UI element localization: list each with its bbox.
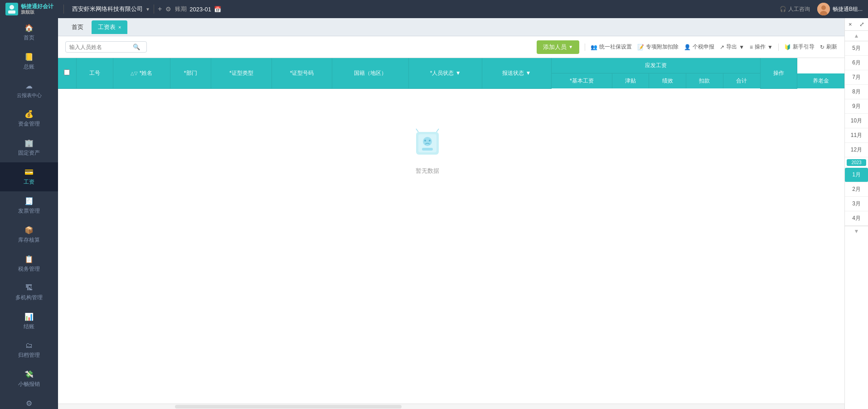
sidebar-label-cloud: 云报表中心: [17, 92, 42, 99]
funds-icon: 💰: [24, 110, 34, 118]
svg-point-4: [821, 5, 826, 10]
th-deduction: 扣款: [686, 73, 723, 89]
company-name: 西安虾米网络科技有限公司: [72, 5, 143, 13]
sidebar-item-tax[interactable]: 📋 税务管理: [0, 249, 58, 278]
social-security-icon: 👥: [591, 44, 597, 50]
month-item-2[interactable]: 2月: [845, 182, 868, 197]
th-dept: *部门: [170, 58, 211, 88]
inventory-icon: 📦: [24, 226, 34, 234]
tax-declaration-button[interactable]: 👤 个税申报: [684, 43, 714, 51]
scroll-down-button[interactable]: ▼: [845, 226, 868, 236]
sidebar-item-assets[interactable]: 🏢 固定资产: [0, 133, 58, 162]
sidebar-item-ledger[interactable]: 📒 总账: [0, 47, 58, 76]
calendar-icon[interactable]: 📅: [214, 6, 221, 13]
sidebar-item-funds[interactable]: 💰 资金管理: [0, 104, 58, 133]
tab-close-icon[interactable]: ×: [118, 24, 121, 30]
tab-salary-table[interactable]: 工资表 ×: [92, 20, 127, 34]
toolbar: 🔍 添加人员 ▼ 👥 统一社保设置 📝 专项附加扣除 👤 个: [58, 36, 844, 58]
month-item-8[interactable]: 8月: [845, 85, 868, 99]
th-total: 合计: [723, 73, 760, 89]
month-item-3[interactable]: 3月: [845, 197, 868, 211]
th-id-type: *证型类型: [211, 58, 272, 88]
avatar: [817, 3, 830, 15]
month-item-1[interactable]: 1月: [845, 168, 868, 182]
filter-icon2[interactable]: ▼: [526, 70, 531, 76]
th-performance: 绩效: [649, 73, 686, 89]
month-item-5[interactable]: 5月: [845, 41, 868, 56]
user-area[interactable]: 畅捷通B组...: [817, 3, 863, 15]
month-item-11[interactable]: 11月: [845, 128, 868, 143]
new-guide-icon: 🔰: [784, 44, 791, 50]
main-area: 🏠 首页 📒 总账 ☁ 云报表中心 💰 资金管理 🏢 固定资产 💳 工资 🧾 发…: [0, 18, 868, 409]
sidebar-item-archive[interactable]: 🗂 归档管理: [0, 336, 58, 365]
month-item-10[interactable]: 10月: [845, 114, 868, 128]
month-item-6[interactable]: 6月: [845, 56, 868, 70]
sidebar-item-invoice[interactable]: 🧾 发票管理: [0, 191, 58, 220]
header-divider2: [154, 5, 154, 14]
tab-home[interactable]: 首页: [65, 20, 90, 34]
content-area: 首页 工资表 × 🔍 添加人员 ▼ 👥 统一社保设置: [58, 18, 844, 409]
refresh-button[interactable]: ↻ 刷新: [820, 43, 837, 51]
add-person-button[interactable]: 添加人员 ▼: [537, 40, 579, 54]
operations-button[interactable]: ≡ 操作 ▼: [750, 43, 773, 51]
th-allowance: 津贴: [612, 73, 649, 89]
scrollbar-area: [58, 404, 844, 409]
refresh-label: 刷新: [826, 43, 837, 51]
th-checkbox[interactable]: [58, 58, 76, 88]
tax-declaration-label: 个税申报: [693, 43, 714, 51]
sidebar-item-cloud[interactable]: ☁ 云报表中心: [0, 76, 58, 104]
operations-icon: ≡: [750, 44, 753, 50]
th-payroll-group: 应发工资: [551, 58, 760, 73]
company-dropdown-icon[interactable]: ▼: [145, 7, 150, 12]
social-security-button[interactable]: 👥 统一社保设置: [591, 43, 632, 51]
th-base-salary: *基本工资: [551, 73, 612, 89]
new-guide-button[interactable]: 🔰 新手引导: [784, 43, 815, 51]
export-icon: ↗: [720, 44, 724, 50]
search-input[interactable]: [69, 44, 133, 50]
sidebar-item-multi[interactable]: 🏗 多机构管理: [0, 278, 58, 307]
extra-deduction-icon: 📝: [637, 44, 644, 50]
tax-icon: 📋: [24, 255, 34, 263]
company-selector[interactable]: 西安虾米网络科技有限公司 ▼: [72, 5, 150, 13]
extra-deduction-button[interactable]: 📝 专项附加扣除: [637, 43, 679, 51]
sidebar-item-salary[interactable]: 💳 工资: [0, 162, 58, 191]
sidebar-label-expense: 小畅报销: [18, 380, 40, 388]
add-company-button[interactable]: +: [158, 5, 162, 13]
service-label: 人工咨询: [788, 5, 810, 13]
sidebar-item-expense[interactable]: 💸 小畅报销: [0, 365, 58, 394]
tax-declaration-icon: 👤: [684, 44, 691, 50]
panel-expand-icon[interactable]: ⤢: [859, 21, 864, 28]
month-item-9[interactable]: 9月: [845, 99, 868, 114]
salary-table: 工号 △▽ *姓名 *部门 *证型类型 *证型号码 国籍（地区） *人员状态 ▼…: [58, 58, 844, 211]
sidebar-item-inventory[interactable]: 📦 库存核算: [0, 220, 58, 249]
sidebar-item-settings[interactable]: ⚙ 基础设置: [0, 394, 58, 409]
scroll-up-button[interactable]: ▲: [845, 31, 868, 41]
period-value: 2023-01: [189, 6, 211, 13]
filter-icon[interactable]: ▼: [456, 70, 461, 76]
headset-icon: 🎧: [780, 6, 786, 12]
horizontal-scrollbar[interactable]: [175, 405, 402, 409]
invoice-icon: 🧾: [24, 197, 34, 205]
sidebar-item-home[interactable]: 🏠 首页: [0, 18, 58, 47]
month-item-4[interactable]: 4月: [845, 211, 868, 226]
settings-icon[interactable]: ⚙: [165, 5, 171, 13]
tab-home-label: 首页: [72, 23, 83, 31]
settings-sidebar-icon: ⚙: [26, 399, 32, 408]
home-icon: 🏠: [24, 24, 34, 32]
search-wrap: 🔍: [65, 41, 147, 53]
sidebar-item-close[interactable]: 📊 结账: [0, 307, 58, 336]
close-period-icon: 📊: [24, 312, 34, 321]
year-badge: 2023: [847, 159, 866, 166]
panel-close-icon[interactable]: ×: [849, 21, 852, 28]
month-item-12[interactable]: 12月: [845, 143, 868, 157]
toolbar-right: 添加人员 ▼ 👥 统一社保设置 📝 专项附加扣除 👤 个税申报 ↗: [537, 40, 837, 54]
header-right: 🎧 人工咨询 畅捷通B组...: [780, 3, 863, 15]
month-item-7[interactable]: 7月: [845, 70, 868, 85]
export-button[interactable]: ↗ 导出 ▼: [720, 43, 744, 51]
th-pension: 养老金: [797, 73, 844, 89]
sidebar-label-ledger: 总账: [24, 63, 34, 71]
export-label: 导出: [726, 43, 737, 51]
sidebar-label-home: 首页: [24, 34, 34, 42]
service-button[interactable]: 🎧 人工咨询: [780, 5, 810, 13]
select-all-checkbox[interactable]: [64, 69, 70, 75]
